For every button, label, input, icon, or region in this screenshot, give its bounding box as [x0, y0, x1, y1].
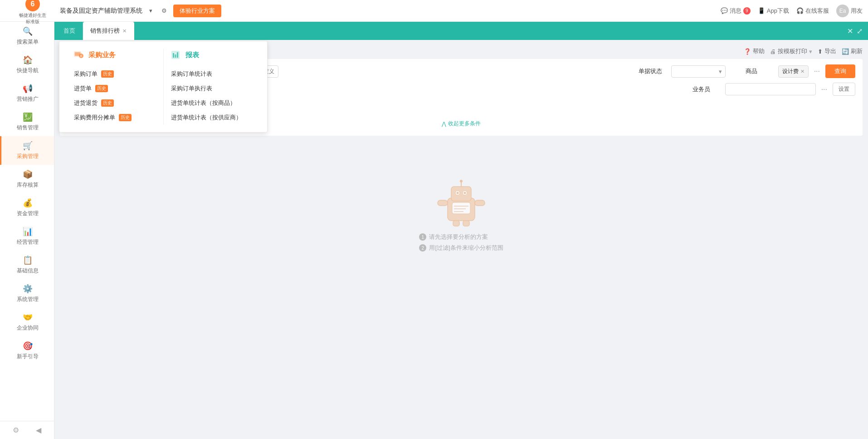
purchase-header-icon: $	[72, 49, 85, 61]
filter-actions-2: 设置	[833, 83, 855, 96]
history-badge-1: 历史	[95, 85, 108, 92]
message-badge: 9	[743, 7, 751, 15]
tab-close-icon[interactable]: ✕	[122, 28, 127, 34]
salesperson-label: 业务员	[692, 85, 720, 94]
sidebar-item-quicknav[interactable]: 🏠 快捷导航	[0, 50, 54, 79]
baseinfo-icon: 📋	[23, 255, 33, 265]
system-name: 装备及固定资产辅助管理系统	[60, 7, 142, 15]
dropdown-purchase-return[interactable]: 进货退货 历史	[72, 96, 158, 110]
filter-actions-1: 查询	[825, 64, 855, 78]
phone-icon: 📱	[758, 7, 765, 14]
system-dropdown-btn[interactable]: ▾	[146, 6, 155, 15]
dropdown-report-inbound-goods[interactable]: 进货单统计表（按商品）	[169, 96, 255, 110]
sidebar-item-marketing[interactable]: 📢 营销推广	[0, 79, 54, 108]
svg-rect-15	[463, 221, 469, 226]
sidebar-item-enterprise[interactable]: 🤝 企业协同	[0, 308, 54, 336]
sidebar-item-system[interactable]: ⚙️ 系统管理	[0, 279, 54, 308]
purchase-col-header: $ 采购业务	[72, 49, 158, 61]
print-btn[interactable]: 🖨 按模板打印 ▾	[770, 47, 812, 55]
report-header-icon	[169, 49, 182, 61]
dropdown-report-order-exec[interactable]: 采购订单执行表	[169, 81, 255, 96]
finance-icon: 💰	[23, 198, 33, 208]
enterprise-icon: 🤝	[23, 312, 33, 322]
tab-maximize-icon[interactable]: ⤢	[857, 27, 863, 35]
query-button[interactable]: 查询	[825, 64, 855, 78]
svg-rect-14	[453, 221, 459, 226]
settings-gear-icon[interactable]: ⚙	[159, 5, 170, 16]
sidebar-item-purchase[interactable]: 🛒 采购管理	[0, 136, 54, 165]
purchase-col: $ 采购业务 采购订单 历史 进货单 历史 进货退货 历史 采购费用分摊单 历史	[67, 49, 164, 125]
collapse-up-icon: ⋀	[442, 121, 446, 127]
online-service-btn[interactable]: 🎧 在线客服	[796, 7, 829, 15]
sidebar-item-baseinfo[interactable]: 📋 基础信息	[0, 251, 54, 279]
export-icon: ⬆	[818, 48, 823, 55]
tab-close-all-icon[interactable]: ✕	[847, 27, 853, 35]
inventory-icon: 📦	[23, 169, 33, 179]
history-badge-3: 历史	[119, 114, 132, 121]
status-label: 单据状态	[639, 67, 666, 75]
search-icon: 🔍	[23, 26, 33, 36]
salesperson-more-dots[interactable]: ···	[821, 85, 827, 94]
goods-tag-close[interactable]: ✕	[800, 69, 805, 74]
top-header: 6 畅捷通好生意 标准版 装备及固定资产辅助管理系统 ▾ ⚙ 体验行业方案 💬 …	[0, 0, 868, 22]
tab-sales-rank[interactable]: 销售排行榜 ✕	[83, 22, 134, 40]
print-dropdown-icon[interactable]: ▾	[809, 48, 812, 55]
logo-icon: 6	[25, 0, 40, 11]
svg-rect-9	[475, 200, 485, 206]
dropdown-purchase-expense[interactable]: 采购费用分摊单 历史	[72, 110, 158, 125]
report-col: 报表 采购订单统计表 采购订单执行表 进货单统计表（按商品） 进货单统计表（按供…	[164, 49, 260, 125]
logo-area: 6 畅捷通好生意 标准版	[5, 0, 60, 25]
sidebar-item-search[interactable]: 🔍 搜索菜单	[0, 22, 54, 50]
svg-rect-21	[173, 53, 174, 58]
sidebar-item-inventory[interactable]: 📦 库存核算	[0, 165, 54, 193]
sidebar-collapse-icon[interactable]: ◀	[36, 426, 41, 434]
industry-solution-button[interactable]: 体验行业方案	[173, 5, 221, 17]
header-mid: 装备及固定资产辅助管理系统 ▾ ⚙ 体验行业方案	[60, 5, 721, 17]
goods-more-dots[interactable]: ···	[814, 67, 820, 75]
help-btn[interactable]: ❓ 帮助	[744, 47, 765, 55]
dropdown-purchase-inbound[interactable]: 进货单 历史	[72, 81, 158, 96]
operation-icon: 📊	[23, 227, 33, 237]
empty-illustration	[434, 178, 488, 227]
edition-label: 标准版	[26, 19, 39, 25]
svg-rect-8	[438, 200, 448, 206]
sidebar-item-finance[interactable]: 💰 资金管理	[0, 193, 54, 222]
print-icon: 🖨	[770, 48, 776, 55]
header-right: 💬 消息 9 📱 App下载 🎧 在线客服 Ea 用友	[721, 5, 863, 17]
dropdown-purchase-order[interactable]: 采购订单 历史	[72, 67, 158, 81]
tip-num-2: 2	[419, 244, 426, 252]
svg-rect-23	[177, 52, 178, 58]
guide-icon: 🎯	[23, 341, 33, 351]
tip-num-1: 1	[419, 233, 426, 241]
message-icon: 💬	[721, 7, 728, 14]
empty-tips: 1 请先选择要分析的方案 2 用[过滤]条件来缩小分析范围	[419, 233, 503, 255]
sidebar-item-sales[interactable]: 💹 销售管理	[0, 108, 54, 136]
sidebar-settings-icon[interactable]: ⚙	[13, 426, 19, 434]
refresh-btn[interactable]: 🔄 刷新	[842, 47, 863, 55]
report-col-header: 报表	[169, 49, 255, 61]
sidebar: 🔍 搜索菜单 🏠 快捷导航 📢 营销推广 💹 销售管理 🛒 采购管理 📦 库存核…	[0, 22, 54, 439]
sales-icon: 💹	[23, 112, 33, 122]
sidebar-item-operation[interactable]: 📊 经营管理	[0, 222, 54, 251]
empty-state: 1 请先选择要分析的方案 2 用[过滤]条件来缩小分析范围	[60, 141, 863, 291]
home-icon: 🏠	[23, 55, 33, 65]
user-menu-btn[interactable]: Ea 用友	[836, 5, 863, 17]
status-select-wrap	[671, 65, 726, 78]
empty-tip-2: 2 用[过滤]条件来缩小分析范围	[419, 244, 503, 252]
status-select[interactable]	[671, 65, 726, 78]
dropdown-report-order-stat[interactable]: 采购订单统计表	[169, 67, 255, 81]
salesperson-input[interactable]	[725, 83, 816, 95]
export-btn[interactable]: ⬆ 导出	[818, 47, 836, 55]
empty-tip-1: 1 请先选择要分析的方案	[419, 233, 503, 241]
refresh-icon: 🔄	[842, 48, 849, 55]
user-avatar: Ea	[836, 5, 849, 17]
dropdown-report-inbound-supplier[interactable]: 进货单统计表（按供应商）	[169, 110, 255, 125]
sidebar-item-guide[interactable]: 🎯 新手引导	[0, 336, 54, 365]
app-download-btn[interactable]: 📱 App下载	[758, 7, 789, 15]
goods-label: 商品	[746, 67, 773, 75]
tab-home[interactable]: 首页	[56, 22, 83, 40]
purchase-dropdown-menu: $ 采购业务 采购订单 历史 进货单 历史 进货退货 历史 采购费用分摊单 历史	[59, 41, 268, 133]
marketing-icon: 📢	[23, 84, 33, 94]
setting-button[interactable]: 设置	[833, 83, 855, 96]
message-btn[interactable]: 💬 消息 9	[721, 7, 751, 15]
